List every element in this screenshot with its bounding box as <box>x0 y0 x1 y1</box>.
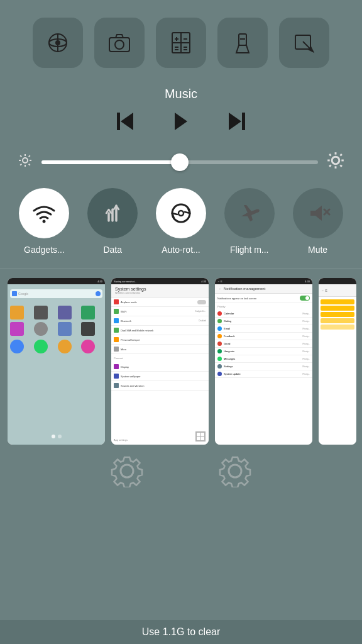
recent-app-1[interactable]: 4:30 Google <box>8 278 105 445</box>
autorotate-label: Auto-rot... <box>162 245 200 255</box>
settings-gears-row <box>0 445 362 494</box>
svg-marker-21 <box>175 113 187 130</box>
svg-line-30 <box>29 164 30 165</box>
camera-button[interactable] <box>94 18 145 68</box>
svg-rect-20 <box>117 113 120 130</box>
svg-point-24 <box>23 158 28 163</box>
brightness-row <box>0 139 362 182</box>
svg-line-40 <box>329 165 331 166</box>
svg-line-41 <box>340 154 341 155</box>
gear-icon-1 <box>111 455 143 487</box>
svg-point-43 <box>178 211 184 216</box>
svg-marker-22 <box>229 113 241 130</box>
wifi-circle <box>19 188 69 238</box>
svg-line-39 <box>340 165 341 166</box>
svg-line-29 <box>20 155 21 157</box>
autorotate-toggle[interactable]: Auto-rot... <box>156 188 206 255</box>
brightness-fill <box>41 160 180 164</box>
flashlight-icon <box>230 30 255 55</box>
recent-app-2[interactable]: Saving screenshot... 4:30 System setting… <box>111 278 209 445</box>
brightness-thumb[interactable] <box>171 153 189 171</box>
toggles-row: Gadgets... Data Auto-rot... <box>0 182 362 257</box>
music-section: Music <box>0 80 362 139</box>
flight-toggle[interactable]: Flight m... <box>224 188 275 255</box>
autorotate-icon <box>167 199 195 227</box>
svg-rect-23 <box>242 113 245 130</box>
recent-apps-row: 4:30 Google <box>0 269 362 445</box>
data-circle <box>87 188 138 238</box>
mute-label: Mute <box>308 245 327 255</box>
settings-gear-1[interactable] <box>111 455 143 487</box>
wifi-icon <box>31 201 57 226</box>
brightness-min-icon <box>18 153 33 172</box>
top-icons-row <box>0 0 362 80</box>
mute-toggle[interactable]: Mute <box>293 188 343 255</box>
flashlight-button[interactable] <box>217 18 268 68</box>
next-icon <box>225 110 248 133</box>
brightness-max-icon <box>327 152 344 173</box>
settings-gear-2[interactable] <box>219 455 251 487</box>
recent-app-3[interactable]: ← E 4:30 ← Notification management Notif… <box>215 278 312 445</box>
svg-point-33 <box>332 157 339 164</box>
mute-circle <box>293 188 343 238</box>
data-icon <box>100 201 125 226</box>
gyroscope-icon <box>45 30 70 55</box>
bottom-bar: Use 1.1G to clear <box>0 620 362 644</box>
svg-point-42 <box>43 220 46 223</box>
svg-line-38 <box>329 154 331 155</box>
recent-app-4[interactable]: ← E <box>319 278 356 445</box>
music-controls <box>0 110 362 135</box>
flight-circle <box>224 188 275 238</box>
prev-button[interactable] <box>114 110 137 135</box>
calculator-button[interactable] <box>156 18 206 68</box>
calculator-icon <box>168 30 194 55</box>
svg-point-5 <box>115 40 124 49</box>
play-icon <box>170 110 192 133</box>
wifi-toggle[interactable]: Gadgets... <box>19 188 69 255</box>
gear-icon-2 <box>219 455 251 487</box>
autorotate-circle <box>156 188 206 238</box>
gyroscope-button[interactable] <box>33 18 83 68</box>
data-label: Data <box>103 245 122 255</box>
prev-icon <box>114 110 137 133</box>
svg-marker-19 <box>121 113 133 130</box>
play-button[interactable] <box>170 110 192 135</box>
next-button[interactable] <box>225 110 248 135</box>
camera-icon <box>107 30 132 55</box>
wifi-label: Gadgets... <box>24 245 65 255</box>
brightness-slider[interactable] <box>41 160 318 164</box>
flight-icon <box>236 200 263 226</box>
clear-storage-label: Use 1.1G to clear <box>142 626 221 637</box>
music-label: Music <box>0 87 362 101</box>
data-toggle[interactable]: Data <box>87 188 138 255</box>
svg-line-32 <box>29 155 30 157</box>
screenshot-button[interactable] <box>279 18 329 68</box>
mute-icon <box>305 201 331 226</box>
svg-line-31 <box>20 164 21 165</box>
screenshot-icon <box>292 30 317 55</box>
flight-label: Flight m... <box>230 245 268 255</box>
